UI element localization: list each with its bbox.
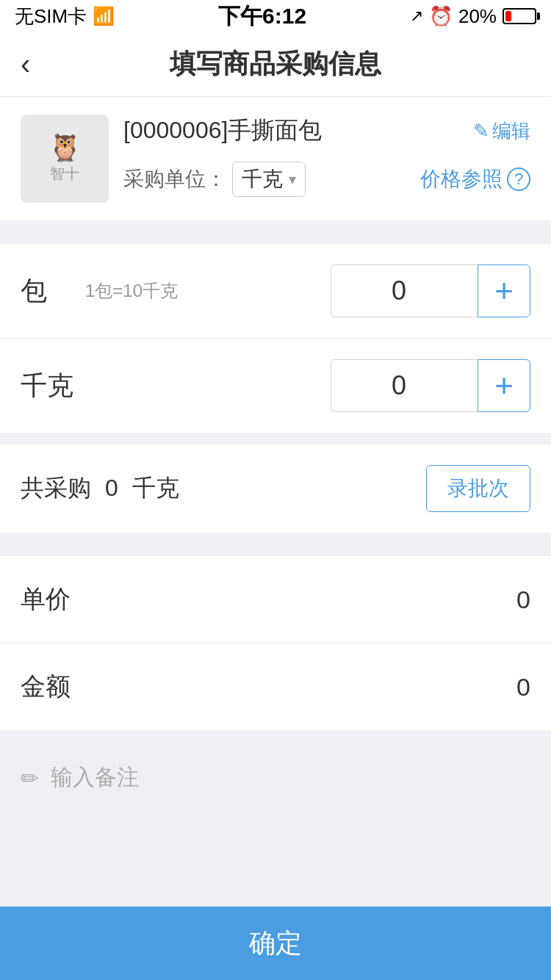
total-section: 共采购 0 千克 录批次 — [0, 444, 551, 533]
status-right: ↗ ⏰ 20% — [410, 5, 536, 28]
help-icon: ? — [507, 167, 530, 191]
qty-sublabel-bag: 1包=10千克 — [85, 279, 331, 303]
qty-input-bag[interactable] — [331, 264, 478, 317]
edit-button[interactable]: ✎ 编辑 — [473, 118, 530, 144]
chevron-down-icon: ▾ — [289, 170, 296, 188]
qty-label-bag: 包 — [21, 273, 79, 309]
unit-value: 千克 — [242, 165, 283, 193]
product-section: 🦉 智十 [0000006]手撕面包 ✎ 编辑 采购单位： 千克 ▾ — [0, 97, 551, 220]
quantity-section: 包 1包=10千克 + 千克 + — [0, 244, 551, 433]
battery-indicator — [503, 8, 536, 24]
product-header: [0000006]手撕面包 ✎ 编辑 — [123, 115, 530, 147]
divider-2 — [0, 533, 551, 544]
unit-label: 采购单位： — [123, 165, 226, 193]
product-info: [0000006]手撕面包 ✎ 编辑 采购单位： 千克 ▾ 价格参照 ? — [123, 115, 530, 197]
wifi-icon: 📶 — [93, 6, 115, 26]
edit-icon: ✎ — [473, 120, 489, 143]
price-value: 0 — [516, 586, 530, 614]
status-bar: 无SIM卡 📶 下午6:12 ↗ ⏰ 20% — [0, 0, 551, 32]
price-label: 单价 — [21, 583, 71, 616]
product-unit-row: 采购单位： 千克 ▾ 价格参照 ? — [123, 162, 530, 197]
total-value: 0 — [105, 475, 118, 501]
carrier-label: 无SIM卡 — [15, 4, 87, 29]
quantity-row-kg: 千克 + — [0, 339, 551, 433]
amount-row: 金额 0 — [0, 644, 551, 730]
unit-select[interactable]: 千克 ▾ — [232, 162, 306, 197]
price-ref-button[interactable]: 价格参照 ? — [420, 165, 530, 193]
total-text: 共采购 0 千克 — [21, 472, 179, 505]
quantity-row-bag: 包 1包=10千克 + — [0, 244, 551, 339]
qty-label-kg: 千克 — [21, 368, 79, 404]
info-section: 单价 0 金额 0 — [0, 556, 551, 730]
product-brand-text: 智十 — [50, 164, 79, 184]
qty-input-wrapper-bag: + — [331, 264, 530, 317]
product-owl-icon: 🦉 — [48, 134, 82, 161]
amount-value: 0 — [516, 673, 530, 702]
batch-button[interactable]: 录批次 — [426, 465, 530, 512]
nav-bar: ‹ 填写商品采购信息 — [0, 32, 551, 97]
qty-input-kg[interactable] — [331, 359, 478, 412]
product-image: 🦉 智十 — [21, 115, 109, 203]
qty-plus-kg[interactable]: + — [478, 359, 530, 412]
time-label: 下午6:12 — [218, 1, 306, 32]
amount-label: 金额 — [21, 670, 71, 704]
qty-input-wrapper-kg: + — [331, 359, 530, 412]
main-content: 🦉 智十 [0000006]手撕面包 ✎ 编辑 采购单位： 千克 ▾ — [0, 97, 551, 980]
confirm-button[interactable]: 确定 — [0, 907, 551, 980]
divider-1 — [0, 232, 551, 244]
battery-fill — [505, 11, 511, 21]
alarm-icon: ⏰ — [429, 5, 453, 28]
product-name: [0000006]手撕面包 — [123, 115, 322, 147]
back-button[interactable]: ‹ — [21, 48, 30, 81]
price-row: 单价 0 — [0, 556, 551, 644]
status-left: 无SIM卡 📶 — [15, 4, 115, 29]
battery-label: 20% — [458, 5, 497, 28]
qty-plus-bag[interactable]: + — [478, 264, 530, 317]
notes-placeholder: 输入备注 — [51, 763, 139, 793]
location-icon: ↗ — [410, 7, 423, 26]
page-title: 填写商品采购信息 — [170, 46, 381, 82]
pencil-icon: ✏ — [21, 765, 39, 791]
